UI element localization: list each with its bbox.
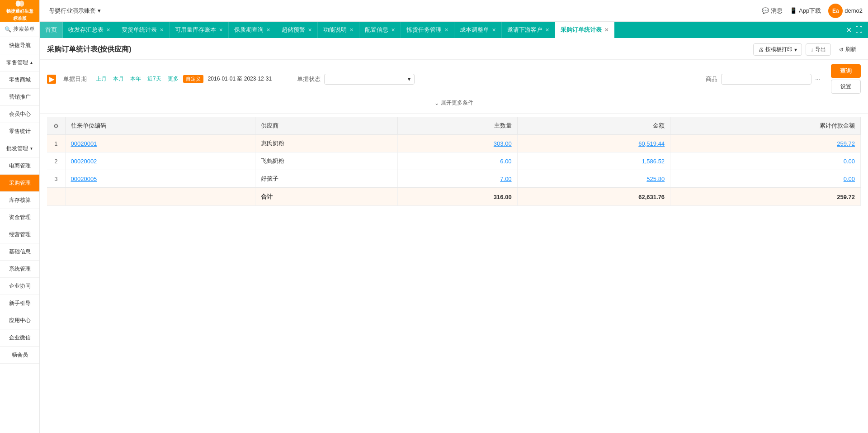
tab-func-desc[interactable]: 功能说明 ✕ <box>318 22 359 38</box>
tab-cost-adjust[interactable]: 成本调整单 ✕ <box>454 22 502 38</box>
tab-usable-stock[interactable]: 可用量库存账本 ✕ <box>170 22 229 38</box>
search-icon: 🔍 <box>5 26 11 33</box>
col-settings[interactable]: ⚙ <box>47 117 65 135</box>
sidebar-item-purchase[interactable]: 采购管理 <box>0 175 39 192</box>
sidebar-search[interactable]: 🔍 搜索菜单 <box>0 22 39 37</box>
tab-close-icon[interactable]: ✕ <box>308 27 312 33</box>
code-link[interactable]: 00020002 <box>71 158 97 165</box>
qty-link[interactable]: 303.00 <box>494 140 512 147</box>
shortcut-this-month[interactable]: 本月 <box>111 75 126 83</box>
cell-code: 00020005 <box>65 170 255 188</box>
status-select[interactable]: ▾ <box>324 74 415 85</box>
message-icon: 💬 <box>762 7 769 14</box>
tab-pick-task[interactable]: 拣货任务管理 ✕ <box>401 22 454 38</box>
tab-close-icon[interactable]: ✕ <box>266 27 270 33</box>
settings-button[interactable]: 设置 <box>831 80 861 94</box>
sidebar-item-label: 零售管理 <box>6 59 28 67</box>
sidebar-item-new-guide[interactable]: 新手引导 <box>0 295 39 312</box>
maximize-icon[interactable]: ⛶ <box>855 26 863 34</box>
message-button[interactable]: 💬 消息 <box>762 7 783 15</box>
data-table: ⚙ 往来单位编码 供应商 主数量 金额 累计付款金额 1 <box>47 117 861 206</box>
tab-close-icon[interactable]: ✕ <box>106 27 110 33</box>
user-profile[interactable]: Ea demo2 <box>828 4 863 18</box>
custom-date-badge[interactable]: 自定义 <box>183 75 203 83</box>
tab-invite-downstream[interactable]: 邀请下游客户 ✕ <box>502 22 555 38</box>
column-settings-icon[interactable]: ⚙ <box>53 123 59 129</box>
refresh-button[interactable]: ↺ 刷新 <box>835 44 861 55</box>
logo-subtext: 标准版 <box>13 15 27 22</box>
sidebar-item-vip-member[interactable]: 畅会员 <box>0 347 39 364</box>
cell-supplier: 飞鹤奶粉 <box>255 152 398 170</box>
sidebar-item-retail-stats[interactable]: 零售统计 <box>0 123 39 140</box>
sidebar-item-system[interactable]: 系统管理 <box>0 261 39 278</box>
tab-close-icon[interactable]: ✕ <box>444 27 448 33</box>
tab-close-icon[interactable]: ✕ <box>349 27 354 33</box>
sidebar-item-label: 资金管理 <box>9 214 31 221</box>
qty-link[interactable]: 7.00 <box>500 176 511 182</box>
table-row: 3 00020005 好孩子 7.00 525.80 <box>47 170 861 188</box>
col-paid: 累计付款金额 <box>670 117 861 135</box>
tab-expiry-query[interactable]: 保质期查询 ✕ <box>229 22 276 38</box>
export-button[interactable]: ↓ 导出 <box>806 43 831 56</box>
tab-purchase-stats[interactable]: 采购订单统计表 ✕ <box>555 22 614 38</box>
code-link[interactable]: 00020005 <box>71 176 97 182</box>
shortcut-this-year[interactable]: 本年 <box>128 75 143 83</box>
sidebar-item-enterprise[interactable]: 企业协同 <box>0 278 39 295</box>
sidebar-item-label: 系统管理 <box>9 265 31 273</box>
tab-close-icon[interactable]: ✕ <box>391 27 395 33</box>
sidebar-item-marketing[interactable]: 营销推广 <box>0 89 39 106</box>
supplier-name: 惠氏奶粉 <box>261 140 284 147</box>
sidebar-item-app-center[interactable]: 应用中心 <box>0 312 39 329</box>
amount-link[interactable]: 60,519.44 <box>638 140 665 147</box>
footer-paid: 259.72 <box>670 188 861 206</box>
sidebar-item-retail-mall[interactable]: 零售商城 <box>0 71 39 89</box>
sidebar-item-label: 基础信息 <box>9 248 31 256</box>
tab-close-icon[interactable]: ✕ <box>219 27 223 33</box>
tab-order-stats[interactable]: 要货单统计表 ✕ <box>116 22 170 38</box>
sidebar-item-label: 会员中心 <box>9 110 31 118</box>
code-link[interactable]: 00020001 <box>71 140 97 147</box>
paid-link[interactable]: 0.00 <box>844 176 855 182</box>
sidebar-item-quick-nav[interactable]: 快捷导航 <box>0 37 39 54</box>
sidebar-item-retail[interactable]: 零售管理 <box>0 54 39 71</box>
shortcut-7days[interactable]: 近7天 <box>146 75 163 83</box>
paid-link[interactable]: 0.00 <box>844 158 855 165</box>
tab-close-icon[interactable]: ✕ <box>492 27 496 33</box>
sidebar-item-basic-info[interactable]: 基础信息 <box>0 243 39 261</box>
workspace-selector[interactable]: 母婴行业演示账套 ▾ <box>45 5 104 17</box>
shortcut-more[interactable]: 更多 <box>166 75 180 83</box>
tab-close-icon[interactable]: ✕ <box>604 27 609 33</box>
shortcut-last-month[interactable]: 上月 <box>94 75 108 83</box>
sidebar-item-inventory[interactable]: 库存核算 <box>0 192 39 209</box>
filter-toggle-button[interactable]: ▶ <box>47 75 56 84</box>
table-wrap: ⚙ 往来单位编码 供应商 主数量 金额 累计付款金额 1 <box>40 117 868 213</box>
tab-config-info[interactable]: 配置信息 ✕ <box>359 22 401 38</box>
goods-more-icon[interactable]: ··· <box>815 76 820 82</box>
sidebar-item-member[interactable]: 会员中心 <box>0 106 39 123</box>
tab-overstock-warn[interactable]: 超储预警 ✕ <box>276 22 318 38</box>
amount-link[interactable]: 1,586.52 <box>642 158 665 165</box>
sidebar-item-capital[interactable]: 资金管理 <box>0 209 39 226</box>
amount-link[interactable]: 525.80 <box>646 176 665 182</box>
tab-label: 保质期查询 <box>234 26 264 34</box>
tab-close-icon[interactable]: ✕ <box>545 27 549 33</box>
qty-link[interactable]: 6.00 <box>500 158 511 165</box>
sidebar-item-ecommerce[interactable]: 电商管理 <box>0 157 39 175</box>
goods-input[interactable] <box>721 74 811 85</box>
page-inner: 采购订单统计表(按供应商) 🖨 按模板打印 ▾ ↓ 导出 ↺ 刷新 <box>40 38 868 433</box>
close-all-icon[interactable]: ✕ <box>846 26 852 34</box>
tab-home[interactable]: 首页 <box>40 22 63 38</box>
refresh-label: 刷新 <box>845 46 856 53</box>
paid-link[interactable]: 259.72 <box>837 140 855 147</box>
app-download-button[interactable]: 📱 App下载 <box>790 7 821 15</box>
sidebar: 畅捷通好生意 标准版 🔍 搜索菜单 快捷导航 零售管理 零售商城 营销推广 会员… <box>0 0 40 433</box>
nav-tabs: 首页 收发存汇总表 ✕ 要货单统计表 ✕ 可用量库存账本 ✕ 保质期查询 ✕ 超… <box>40 22 868 38</box>
expand-more-button[interactable]: ⌄ 展开更多条件 <box>47 97 861 109</box>
sidebar-item-wholesale[interactable]: 批发管理 <box>0 140 39 157</box>
template-print-button[interactable]: 🖨 按模板打印 ▾ <box>753 43 802 56</box>
query-button[interactable]: 查询 <box>831 64 861 78</box>
sidebar-item-operation[interactable]: 经营管理 <box>0 226 39 243</box>
sidebar-item-wechat[interactable]: 企业微信 <box>0 329 39 347</box>
tab-collect-send[interactable]: 收发存汇总表 ✕ <box>63 22 116 38</box>
tab-close-icon[interactable]: ✕ <box>160 27 164 33</box>
